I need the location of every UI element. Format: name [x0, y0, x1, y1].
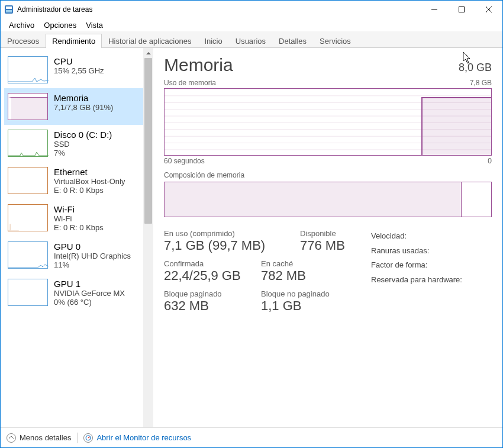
stat-value: 7,1 GB (99,7 MB)	[164, 238, 288, 253]
svg-rect-4	[459, 7, 465, 12]
cpu-thumbnail	[8, 56, 48, 83]
sidebar-label: Ethernet	[54, 167, 125, 177]
stat-label: Factor de forma:	[371, 258, 483, 273]
chart-label: Uso de memoria	[164, 79, 216, 87]
menu-file[interactable]: Archivo	[4, 20, 39, 31]
memory-thumbnail	[8, 93, 48, 120]
stat-label: Bloque no paginado	[261, 289, 353, 298]
statusbar: Menos detalles Abrir el Monitor de recur…	[1, 427, 502, 447]
tab-details[interactable]: Detalles	[272, 34, 313, 48]
sidebar-value: 7,1/7,8 GB (91%)	[54, 103, 113, 112]
sidebar-label: Wi-Fi	[54, 204, 104, 214]
svg-rect-2	[6, 10, 12, 12]
memory-usage-chart	[164, 88, 492, 156]
sidebar-label: Memoria	[54, 93, 113, 103]
minimize-button[interactable]	[421, 1, 448, 18]
sidebar-item-cpu[interactable]: CPU15% 2,55 GHz	[4, 51, 143, 88]
disk-thumbnail	[8, 130, 48, 157]
stat-label: Bloque paginado	[164, 289, 256, 298]
scroll-thumb[interactable]	[144, 58, 152, 224]
tab-startup[interactable]: Inicio	[198, 34, 228, 48]
wifi-thumbnail	[8, 204, 48, 231]
sidebar-item-wifi[interactable]: Wi-FiWi-FiE: 0 R: 0 Kbps	[4, 199, 143, 237]
sidebar-item-ethernet[interactable]: EthernetVirtualBox Host-OnlyE: 0 R: 0 Kb…	[4, 162, 143, 199]
sidebar-value: VirtualBox Host-Only	[54, 177, 125, 186]
window-title: Administrador de tareas	[17, 5, 421, 14]
composition-label: Composición de memoria	[164, 171, 492, 179]
sidebar-value: Intel(R) UHD Graphics	[54, 252, 131, 260]
main-panel: Memoria 8,0 GB Uso de memoria 7,8 GB 60 …	[153, 48, 502, 427]
sidebar-value: 7%	[54, 149, 112, 157]
stat-value: 1,1 GB	[261, 298, 353, 314]
sidebar-label: Disco 0 (C: D:)	[54, 130, 112, 140]
chart-xmax: 0	[488, 157, 492, 165]
ethernet-thumbnail	[8, 167, 48, 194]
gpu-thumbnail	[8, 241, 48, 269]
sidebar-item-memory[interactable]: Memoria7,1/7,8 GB (91%)	[4, 88, 143, 125]
menu-view[interactable]: Vista	[81, 20, 108, 31]
sidebar-item-disk[interactable]: Disco 0 (C: D:)SSD7%	[4, 125, 143, 162]
gpu-thumbnail	[8, 279, 48, 306]
scrollbar[interactable]	[143, 48, 153, 427]
tab-processes[interactable]: Procesos	[1, 34, 46, 48]
sidebar: CPU15% 2,55 GHz Memoria7,1/7,8 GB (91%) …	[1, 48, 153, 427]
svg-rect-1	[6, 7, 12, 9]
tab-services[interactable]: Servicios	[313, 34, 357, 48]
tab-app-history[interactable]: Historial de aplicaciones	[102, 34, 198, 48]
separator	[77, 433, 78, 443]
chart-max: 7,8 GB	[470, 79, 492, 87]
menubar: Archivo Opciones Vista	[1, 18, 502, 31]
titlebar[interactable]: Administrador de tareas	[1, 1, 502, 18]
total-memory: 8,0 GB	[459, 62, 492, 74]
tab-performance[interactable]: Rendimiento	[46, 34, 102, 48]
stat-value: 782 MB	[261, 268, 353, 283]
chevron-up-icon	[7, 433, 16, 443]
stat-label: Confirmada	[164, 259, 256, 268]
maximize-button[interactable]	[448, 1, 475, 18]
sidebar-value: E: 0 R: 0 Kbps	[54, 223, 104, 232]
sidebar-item-gpu1[interactable]: GPU 1NVIDIA GeForce MX0% (66 °C)	[4, 274, 143, 311]
scroll-up-icon[interactable]	[143, 48, 153, 58]
fewer-details-button[interactable]: Menos detalles	[7, 433, 71, 443]
memory-composition-chart	[164, 182, 492, 217]
svg-line-9	[88, 437, 90, 438]
stat-value: 632 MB	[164, 298, 256, 314]
chart-xmin: 60 segundos	[164, 157, 205, 165]
sidebar-value: 15% 2,55 GHz	[54, 66, 104, 75]
close-button[interactable]	[475, 1, 502, 18]
tab-users[interactable]: Usuarios	[229, 34, 272, 48]
app-icon	[4, 5, 14, 14]
open-resource-monitor-link[interactable]: Abrir el Monitor de recursos	[83, 433, 191, 443]
sidebar-value: 0% (66 °C)	[54, 298, 125, 307]
stat-value: 776 MB	[300, 238, 345, 253]
sidebar-label: GPU 1	[54, 279, 125, 289]
stat-label: Velocidad:	[371, 229, 483, 244]
sidebar-value: 11%	[54, 260, 131, 269]
sidebar-label: GPU 0	[54, 241, 131, 252]
sidebar-value: Wi-Fi	[54, 214, 104, 223]
menu-options[interactable]: Opciones	[39, 20, 81, 31]
sidebar-value: SSD	[54, 140, 112, 149]
sidebar-value: NVIDIA GeForce MX	[54, 289, 125, 298]
stat-label: Reservada para hardware:	[371, 273, 483, 288]
monitor-icon	[83, 433, 93, 443]
stat-label: Ranuras usadas:	[371, 244, 483, 259]
stat-value: 22,4/25,9 GB	[164, 268, 256, 283]
stat-label: Disponible	[300, 229, 345, 238]
stat-label: En caché	[261, 259, 353, 268]
sidebar-label: CPU	[54, 56, 104, 66]
sidebar-item-gpu0[interactable]: GPU 0Intel(R) UHD Graphics11%	[4, 237, 143, 274]
stat-label: En uso (comprimido)	[164, 229, 288, 238]
page-title: Memoria	[164, 55, 233, 75]
sidebar-value: E: 0 R: 0 Kbps	[54, 186, 125, 195]
svg-marker-7	[146, 52, 151, 54]
tab-bar: Procesos Rendimiento Historial de aplica…	[1, 31, 502, 48]
